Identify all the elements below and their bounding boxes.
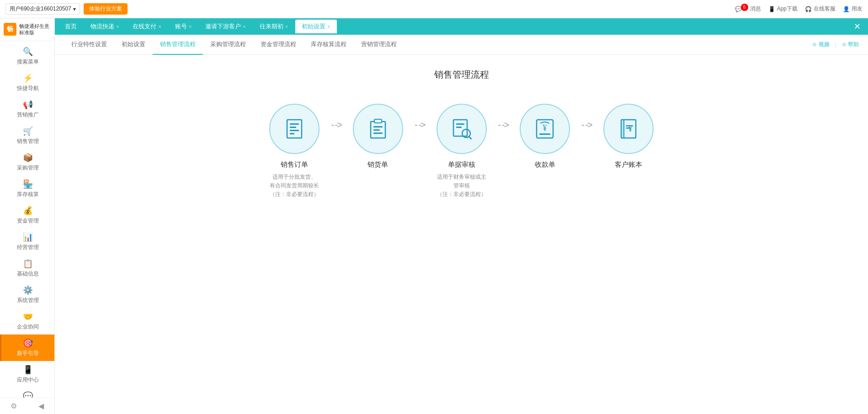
user-label: 用户690企业1660120507 [10, 5, 71, 13]
page-title: 销售管理流程 [73, 69, 850, 81]
sub-tab-marketing-flow[interactable]: 营销管理流程 [354, 35, 404, 55]
nav-tab-account[interactable]: 账号 × [169, 20, 198, 33]
money-doc-icon: ¥ [533, 117, 557, 141]
close-icon[interactable]: × [243, 24, 245, 29]
flow-circle-customer-account[interactable]: ¥ [603, 104, 654, 154]
flow-circle-sales-invoice[interactable] [353, 104, 403, 154]
sidebar-item-basic-info[interactable]: 📋 基础信息 [0, 255, 54, 281]
flow-arrow-3: - -> [498, 120, 509, 158]
purchase-icon: 📦 [23, 153, 33, 163]
top-bar: 用户690企业1660120507 ▾ 体验行业方案 💬 6 消息 📱 App下… [0, 0, 868, 18]
enterprise-collab-icon: 🤝 [23, 312, 33, 322]
inventory-icon: 🏪 [23, 179, 33, 189]
sidebar-item-quick-nav[interactable]: ⚡ 快捷导航 [0, 69, 54, 96]
sidebar-item-operations[interactable]: 📊 经营管理 [0, 228, 54, 255]
help-link[interactable]: ⊙ 帮助 [842, 41, 859, 48]
message-icon-item[interactable]: 💬 6 消息 [735, 5, 761, 13]
flow-circle-audit[interactable] [437, 104, 487, 154]
online-service-label: 在线客服 [814, 5, 836, 13]
sidebar-item-inventory[interactable]: 🏪 库存核算 [0, 175, 54, 202]
svg-rect-1 [290, 123, 299, 125]
close-icon[interactable]: × [189, 24, 192, 29]
logo-text: 畅捷通好生意 标准版 [19, 23, 49, 36]
nav-tab-payment[interactable]: 在线支付 × [126, 20, 167, 33]
app-download-item[interactable]: 📱 App下载 [768, 5, 798, 13]
svg-rect-4 [290, 133, 294, 134]
nav-tab-label: 物流快递 [91, 22, 114, 31]
flow-step-sales-invoice: 销货单 [341, 104, 415, 173]
new-user-icon: 🎯 [23, 338, 33, 348]
flow-step-title: 收款单 [535, 160, 555, 169]
online-service-item[interactable]: 🎧 在线客服 [805, 5, 836, 13]
svg-text:¥: ¥ [543, 123, 547, 133]
sidebar-item-app-center[interactable]: 📱 应用中心 [0, 361, 54, 387]
nav-tab-logistics[interactable]: 物流快递 × [84, 20, 125, 33]
sidebar-bottom: ⚙ ◀ [0, 398, 54, 414]
sidebar-item-marketing[interactable]: 📢 营销推广 [0, 96, 54, 122]
flow-circle-sales-order[interactable] [269, 104, 320, 154]
sidebar-item-new-user[interactable]: 🎯 新手引导 [0, 334, 54, 361]
marketing-icon: 📢 [23, 100, 33, 110]
sub-tab-actions: ⊙ 视频 | ⊙ 帮助 [812, 41, 859, 48]
nav-tab-home[interactable]: 首页 [59, 20, 83, 33]
sub-tab-label: 行业特性设置 [71, 41, 107, 48]
flow-step-title: 销货单 [367, 160, 388, 169]
enterprise-wechat-icon: 💬 [23, 391, 33, 398]
fund-icon: 💰 [23, 206, 33, 216]
sub-tab-industry[interactable]: 行业特性设置 [64, 35, 114, 55]
operations-icon: 📊 [23, 232, 33, 242]
close-icon[interactable]: × [116, 24, 119, 29]
video-link[interactable]: ⊙ 视频 [812, 41, 829, 48]
top-bar-right: 💬 6 消息 📱 App下载 🎧 在线客服 👤 用友 [735, 5, 863, 13]
sidebar-item-enterprise-collab[interactable]: 🤝 企业协同 [0, 308, 54, 334]
headset-icon: 🎧 [805, 6, 812, 12]
nav-tab-init[interactable]: 初始设置 × [295, 20, 336, 33]
close-icon[interactable]: × [158, 24, 161, 29]
close-icon[interactable]: × [327, 24, 330, 29]
sub-tab-fund-flow[interactable]: 资金管理流程 [253, 35, 304, 55]
sub-tab-purchase-flow[interactable]: 采购管理流程 [203, 35, 253, 55]
svg-rect-3 [290, 130, 299, 131]
sidebar-item-system[interactable]: ⚙️ 系统管理 [0, 281, 54, 308]
svg-rect-19 [621, 120, 624, 138]
sidebar-item-label: 资金管理 [17, 217, 39, 225]
nav-tab-period[interactable]: 往来期初 × [253, 20, 294, 33]
sub-tab-sales-flow[interactable]: 销售管理流程 [153, 35, 203, 55]
chevron-down-icon: ▾ [73, 6, 76, 12]
flow-circle-receipt[interactable]: ¥ [520, 104, 570, 154]
flow-step-title: 销售订单 [281, 160, 308, 169]
document-icon [282, 117, 306, 141]
sidebar-item-enterprise-wechat[interactable]: 💬 企业微信 [0, 387, 54, 398]
sidebar-menu: 🔍 搜索菜单 ⚡ 快捷导航 📢 营销推广 🛒 销售管理 📦 采购管理 🏪 [0, 41, 54, 398]
sub-tab-inventory-flow[interactable]: 库存核算流程 [304, 35, 354, 55]
svg-text:¥: ¥ [628, 125, 632, 133]
nav-tab-invite[interactable]: 邀请下游客户 × [199, 20, 252, 33]
close-icon[interactable]: × [285, 24, 288, 29]
clipboard-icon [366, 117, 390, 141]
app-center-icon: 📱 [23, 365, 33, 375]
flow-step-sales-order: 销售订单 适用于分批发货、有合同发货周期较长（注：非必要流程） [258, 104, 331, 199]
trial-button[interactable]: 体验行业方案 [84, 3, 128, 15]
flow-step-desc: 适用于财务审核或主管审核（注：非必要流程） [437, 173, 486, 199]
sub-tabs: 行业特性设置 初始设置 销售管理流程 采购管理流程 资金管理流程 库存核算流程 … [55, 35, 868, 55]
sidebar-item-sales[interactable]: 🛒 销售管理 [0, 122, 54, 149]
user-selector[interactable]: 用户690企业1660120507 ▾ [5, 3, 80, 15]
download-icon: 📱 [768, 6, 775, 12]
svg-rect-11 [456, 123, 464, 125]
sidebar-item-label: 采购管理 [17, 164, 39, 172]
settings-bottom-icon[interactable]: ⚙ [11, 402, 17, 410]
sub-tab-label: 销售管理流程 [160, 41, 196, 48]
user-avatar-item[interactable]: 👤 用友 [843, 5, 863, 13]
svg-rect-0 [287, 120, 302, 138]
collapse-icon[interactable]: ◀ [38, 402, 44, 410]
sub-tab-init[interactable]: 初始设置 [114, 35, 153, 55]
flow-step-desc: 适用于分批发货、有合同发货周期较长（注：非必要流程） [270, 173, 319, 199]
avatar: 👤 [843, 6, 850, 12]
search-icon: 🔍 [23, 47, 33, 57]
sidebar-item-label: 系统管理 [17, 297, 39, 304]
nav-tab-label: 在线支付 [133, 22, 156, 31]
sidebar-item-search[interactable]: 🔍 搜索菜单 [0, 43, 54, 69]
sidebar-item-fund[interactable]: 💰 资金管理 [0, 202, 54, 228]
close-all-tabs-button[interactable]: ✕ [850, 21, 864, 32]
sidebar-item-purchase[interactable]: 📦 采购管理 [0, 149, 54, 175]
